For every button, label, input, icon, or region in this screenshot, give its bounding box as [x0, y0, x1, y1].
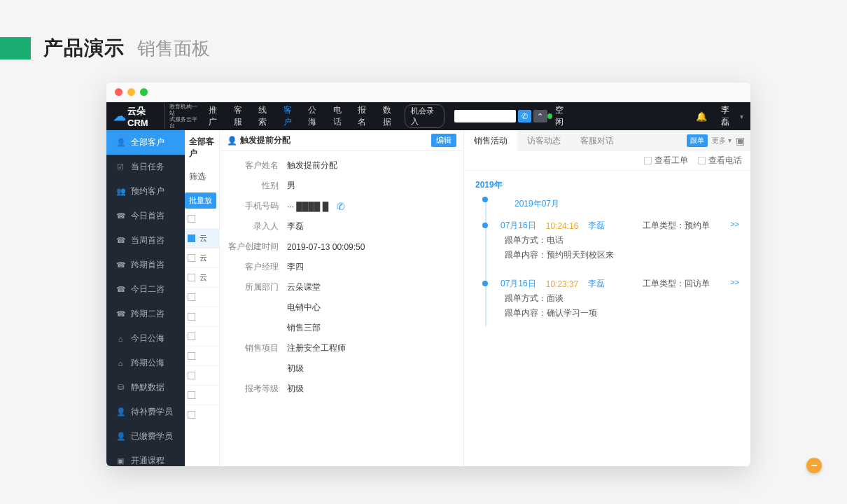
checkbox[interactable]	[188, 391, 195, 399]
activity-tab-0[interactable]: 销售活动	[464, 130, 517, 151]
timeline-month: 2019年07月	[514, 198, 742, 210]
table-row[interactable]	[185, 287, 219, 307]
detail-value: 电销中心	[287, 302, 321, 314]
table-row[interactable]	[185, 346, 219, 365]
topnav-item-5[interactable]: 电话	[333, 104, 346, 128]
fab-button[interactable]: −	[806, 458, 822, 473]
filter-checkbox[interactable]: 查看电话	[698, 155, 742, 167]
detail-label: 录入人	[228, 220, 279, 232]
sidebar-icon: 👤	[116, 138, 125, 147]
phone-icon[interactable]: ✆	[337, 201, 345, 212]
activity-tab-1[interactable]: 访客动态	[517, 130, 570, 151]
card-expand[interactable]: >>	[730, 220, 739, 228]
checkbox[interactable]	[188, 293, 195, 301]
topnav-item-3[interactable]: 客户	[284, 104, 297, 128]
list-title: 全部客户	[185, 130, 219, 165]
bell-icon[interactable]: 🔔	[696, 111, 707, 122]
table-row[interactable]	[185, 326, 219, 346]
detail-label: 客户姓名	[228, 160, 279, 172]
table-row[interactable]: 云	[185, 248, 219, 267]
topnav-item-7[interactable]: 数据	[383, 104, 396, 128]
topnav-item-1[interactable]: 客服	[234, 104, 247, 128]
customer-list: 全部客户 筛选 批量放 云云云	[185, 130, 220, 466]
table-row[interactable]: 云	[185, 267, 219, 287]
sidebar-icon: 👤	[116, 432, 125, 441]
checkbox[interactable]	[188, 234, 195, 242]
sidebar-icon: 👤	[116, 407, 125, 416]
more-menu[interactable]: 更多 ▾	[712, 136, 732, 146]
table-row[interactable]	[185, 365, 219, 385]
detail-value: 初级	[287, 363, 304, 374]
sidebar-item-9[interactable]: ⌂跨期公海	[106, 351, 185, 375]
batch-button[interactable]: 批量放	[185, 192, 216, 209]
sidebar-icon: ☎	[116, 285, 125, 294]
topnav-item-2[interactable]: 线索	[258, 104, 272, 128]
detail-value: 注册安全工程师	[287, 342, 346, 354]
checkbox[interactable]	[188, 372, 195, 379]
sidebar-icon: ⌂	[116, 335, 125, 343]
sidebar-item-5[interactable]: ☎跨期首咨	[106, 253, 185, 277]
sidebar-icon: ☎	[116, 309, 125, 318]
sidebar-item-3[interactable]: ☎今日首咨	[106, 204, 185, 228]
detail-value: 触发提前分配	[287, 160, 337, 172]
list-filter[interactable]: 筛选	[185, 165, 219, 188]
window-close-icon[interactable]	[115, 88, 122, 96]
sidebar-item-10[interactable]: ⛁静默数据	[106, 375, 185, 400]
checkbox[interactable]	[188, 254, 195, 262]
sidebar-item-8[interactable]: ⌂今日公海	[106, 326, 185, 351]
card-expand[interactable]: >>	[730, 278, 739, 286]
sidebar-item-7[interactable]: ☎跨期二咨	[106, 302, 185, 326]
window-maximize-icon[interactable]	[140, 88, 148, 96]
window-minimize-icon[interactable]	[127, 88, 135, 96]
current-user[interactable]: 李磊	[721, 104, 736, 128]
sidebar-item-12[interactable]: 👤已缴费学员	[106, 424, 185, 449]
follow-button[interactable]: 跟单	[687, 134, 708, 147]
sidebar-item-4[interactable]: ☎当周首咨	[106, 228, 185, 253]
sidebar-item-0[interactable]: 👤全部客户	[106, 130, 185, 155]
detail-label: 报考等级	[228, 383, 279, 395]
table-row[interactable]: 云	[185, 228, 219, 248]
detail-row: 客户创建时间2019-07-13 00:09:50	[228, 237, 455, 257]
detail-row: 报考等级初级	[228, 379, 455, 399]
sidebar-icon: ☑	[116, 162, 125, 172]
activity-tab-2[interactable]: 客服对话	[570, 130, 624, 151]
checkbox[interactable]	[188, 332, 195, 340]
app-window: ☁ 云朵CRM 教育机构一站式服务云平台 推广客服线索客户公海电话报名数据 机会…	[106, 83, 750, 466]
edit-button[interactable]: 编辑	[431, 134, 456, 147]
checkbox[interactable]	[188, 411, 195, 419]
sidebar-item-13[interactable]: ▣开通课程	[106, 449, 185, 466]
row-text: 云	[200, 272, 207, 283]
hangup-button[interactable]: ⌃	[533, 110, 547, 122]
sidebar-item-1[interactable]: ☑当日任务	[106, 155, 185, 179]
table-row[interactable]	[185, 405, 219, 424]
timeline-year: 2019年	[475, 179, 742, 191]
card-user: 李磊	[588, 278, 605, 290]
table-row[interactable]	[185, 307, 219, 326]
sidebar-icon: ☎	[116, 211, 125, 220]
table-row[interactable]	[185, 385, 219, 405]
brand-tag: 教育机构一站式服务云平台	[164, 104, 197, 129]
sidebar-item-6[interactable]: ☎今日二咨	[106, 277, 185, 302]
topnav-item-4[interactable]: 公海	[308, 104, 321, 128]
checkbox[interactable]	[188, 313, 195, 321]
sidebar-item-label: 静默数据	[131, 382, 164, 393]
dial-button[interactable]: ✆	[518, 110, 531, 122]
filter-checkbox[interactable]: 查看工单	[644, 155, 688, 167]
checkbox[interactable]	[188, 215, 195, 223]
sidebar-item-11[interactable]: 👤待补费学员	[106, 400, 185, 424]
search-input[interactable]	[454, 110, 516, 122]
layout-icon[interactable]: ▣	[736, 135, 745, 146]
user-menu-chevron-icon[interactable]: ▾	[740, 113, 743, 120]
checkbox[interactable]	[188, 274, 195, 281]
topnav-item-0[interactable]: 推广	[209, 104, 222, 128]
checkbox[interactable]	[188, 352, 195, 360]
status-text: 空闲	[555, 104, 570, 128]
detail-row: 手机号码··· ████ █✆	[228, 196, 455, 216]
sidebar-item-label: 今日首咨	[131, 210, 164, 222]
opportunity-button[interactable]: 机会录入	[405, 104, 444, 128]
detail-label: 销售项目	[228, 342, 279, 354]
detail-label: 所属部门	[228, 281, 279, 293]
topnav-item-6[interactable]: 报名	[358, 104, 371, 128]
sidebar-item-2[interactable]: 👥预约客户	[106, 179, 185, 204]
row-text: 云	[200, 253, 207, 263]
